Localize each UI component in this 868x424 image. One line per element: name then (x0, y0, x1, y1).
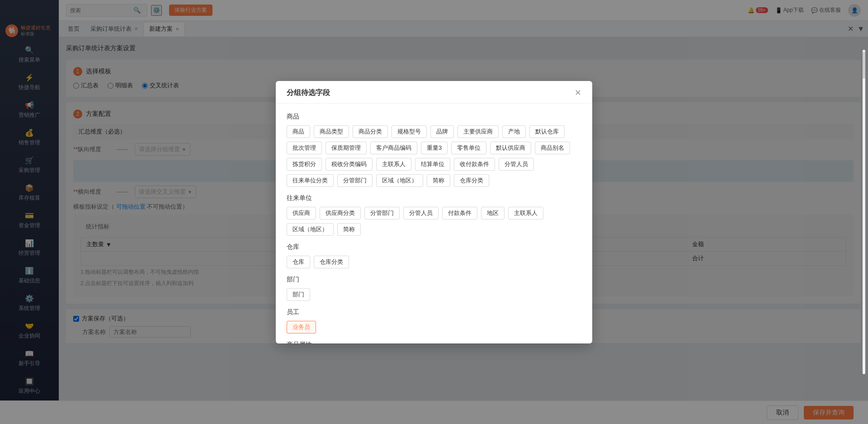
field-chip-payment-terms[interactable]: 收付款条件 (454, 158, 495, 171)
group-title-warehouse: 仓库 (287, 243, 581, 251)
field-chip-contact2[interactable]: 主联系人 (508, 207, 543, 219)
field-chip-area[interactable]: 地区 (481, 207, 505, 219)
field-chip-abbr2[interactable]: 简称 (337, 223, 361, 236)
field-chip-manager2[interactable]: 分管人员 (403, 207, 439, 219)
field-chip-alias[interactable]: 商品别名 (535, 142, 570, 154)
field-chip-origin[interactable]: 产地 (502, 125, 526, 138)
field-chip-salesperson[interactable]: 业务员 (287, 321, 316, 333)
field-chip-retail-unit[interactable]: 零售单位 (451, 142, 486, 154)
field-chip-batch[interactable]: 批次管理 (287, 142, 322, 154)
field-chip-cust-code[interactable]: 客户商品编码 (370, 142, 417, 154)
field-chip-product[interactable]: 商品 (287, 125, 310, 138)
field-chip-wh[interactable]: 仓库 (287, 256, 310, 268)
modal-title: 分组待选字段 (287, 88, 330, 98)
field-chip-brand[interactable]: 品牌 (430, 125, 454, 138)
group-title-attr: 商品属性 (287, 341, 581, 343)
field-chip-pick-score[interactable]: 拣货积分 (287, 158, 322, 171)
field-chip-spec[interactable]: 规格型号 (392, 125, 427, 138)
group-title-dept: 部门 (287, 276, 581, 284)
modal-overlay: 分组待选字段 ✕ 商品 商品 商品类型 商品分类 规格型号 品牌 主要供应商 产… (0, 0, 868, 424)
modal-scrollbar-track (863, 50, 865, 374)
field-chip-product-type[interactable]: 商品类型 (314, 125, 349, 138)
field-chip-main-supplier[interactable]: 主要供应商 (458, 125, 499, 138)
modal-scrollbar-thumb[interactable] (863, 52, 865, 79)
product-field-grid: 商品 商品类型 商品分类 规格型号 品牌 主要供应商 产地 默认仓库 批次管理 … (287, 125, 581, 187)
field-chip-dept[interactable]: 分管部门 (337, 174, 373, 187)
group-title-counterpart: 往来单位 (287, 194, 581, 202)
warehouse-field-grid: 仓库 仓库分类 (287, 256, 581, 268)
staff-field-grid: 业务员 (287, 321, 581, 333)
field-chip-tax-code[interactable]: 税收分类编码 (326, 158, 373, 171)
field-chip-settle-unit[interactable]: 结算单位 (415, 158, 450, 171)
field-chip-main-contact[interactable]: 主联系人 (376, 158, 411, 171)
field-chip-abbr[interactable]: 简称 (427, 174, 450, 187)
field-chip-weight[interactable]: 重量3 (421, 142, 448, 154)
group-title-staff: 员工 (287, 308, 581, 316)
field-chip-payment2[interactable]: 付款条件 (442, 207, 477, 219)
modal-header: 分组待选字段 ✕ (276, 81, 592, 104)
modal-close-button[interactable]: ✕ (575, 89, 581, 97)
field-chip-supplier[interactable]: 供应商 (287, 207, 316, 219)
field-chip-dept2[interactable]: 分管部门 (364, 207, 400, 219)
field-chip-default-wh[interactable]: 默认仓库 (529, 125, 565, 138)
field-chip-manager[interactable]: 分管人员 (499, 158, 534, 171)
field-chip-dept3[interactable]: 部门 (287, 288, 310, 301)
modal-dialog: 分组待选字段 ✕ 商品 商品 商品类型 商品分类 规格型号 品牌 主要供应商 产… (276, 81, 592, 343)
field-chip-supplier-cat[interactable]: 供应商分类 (320, 207, 361, 219)
field-chip-wh-cat2[interactable]: 仓库分类 (314, 256, 349, 268)
dept-field-grid: 部门 (287, 288, 581, 301)
field-chip-region[interactable]: 区域（地区） (376, 174, 423, 187)
field-chip-shelf-life[interactable]: 保质期管理 (326, 142, 367, 154)
field-chip-region2[interactable]: 区域（地区） (287, 223, 334, 236)
field-chip-counterpart-cat[interactable]: 往来单位分类 (287, 174, 334, 187)
counterpart-field-grid: 供应商 供应商分类 分管部门 分管人员 付款条件 地区 主联系人 区域（地区） … (287, 207, 581, 236)
group-title-product: 商品 (287, 113, 581, 121)
field-chip-wh-cat[interactable]: 仓库分类 (454, 174, 489, 187)
field-chip-default-sup[interactable]: 默认供应商 (490, 142, 531, 154)
modal-body: 商品 商品 商品类型 商品分类 规格型号 品牌 主要供应商 产地 默认仓库 批次… (276, 104, 592, 343)
field-chip-product-cat[interactable]: 商品分类 (353, 125, 388, 138)
